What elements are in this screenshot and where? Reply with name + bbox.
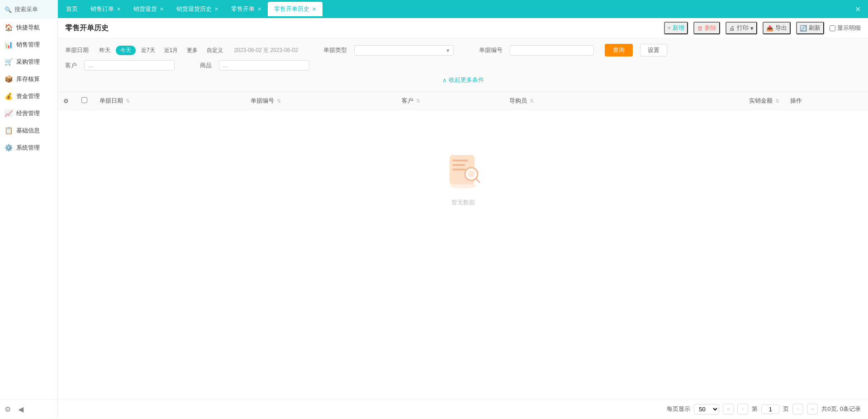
sidebar-search[interactable]: 🔍 搜索采单 [0, 0, 57, 19]
next-page-btn[interactable]: › [792, 404, 803, 414]
col-doc-date[interactable]: 单据日期 ⇅ [94, 92, 245, 110]
settings-bottom-icon[interactable]: ⚙ [5, 405, 11, 414]
delete-button[interactable]: 🗑 删除 [693, 22, 720, 34]
settings-button[interactable]: 设置 [640, 44, 667, 56]
tab-retail-open-close[interactable]: ✕ [257, 7, 261, 12]
col-sales-person[interactable]: 导购员 ⇅ [504, 92, 633, 110]
sort-sales-person-icon: ⇅ [530, 98, 534, 104]
sort-doc-date-icon: ⇅ [126, 98, 130, 104]
export-icon: 📤 [766, 25, 773, 32]
tab-sales-order-close[interactable]: ✕ [117, 7, 121, 12]
sidebar-item-label: 销售管理 [16, 41, 40, 49]
svg-rect-4 [452, 169, 466, 170]
select-all-checkbox[interactable] [81, 97, 87, 103]
tab-bar: 首页 销售订单 ✕ 销货退货 ✕ 销货退货历史 ✕ 零售开单 ✕ 零售开单历史 … [58, 0, 868, 18]
col-settings[interactable]: ⚙ [58, 92, 76, 110]
collapse-label: 收起更多条件 [449, 76, 484, 84]
toolbar-actions: + 新增 🗑 删除 🖨 打印 ▾ 📤 导出 🔄 刷新 [664, 22, 861, 34]
empty-state: 暂无数据 [58, 110, 868, 234]
window-close-btn[interactable]: ✕ [855, 5, 861, 14]
first-page-btn[interactable]: « [723, 404, 734, 414]
inventory-icon: 📦 [5, 75, 13, 83]
print-icon: 🖨 [729, 25, 735, 32]
sidebar-item-finance[interactable]: 💰 资金管理 [0, 88, 57, 105]
date-opt-custom[interactable]: 自定义 [203, 46, 227, 55]
add-button[interactable]: + 新增 [664, 22, 688, 34]
current-page-input[interactable] [761, 405, 779, 414]
empty-illustration [441, 146, 486, 191]
svg-point-7 [468, 170, 475, 178]
doc-no-label: 单据编号 [479, 46, 503, 54]
svg-line-6 [476, 179, 479, 182]
sidebar-item-label: 采购管理 [16, 58, 40, 66]
doc-type-select[interactable]: ▾ [354, 45, 454, 56]
home-icon: 🏠 [5, 24, 13, 32]
sidebar-item-operations[interactable]: 📈 经营管理 [0, 105, 57, 122]
sidebar-item-system-mgmt[interactable]: ⚙️ 系统管理 [0, 139, 57, 156]
col-actual-amount[interactable]: 实销金额 ⇅ [634, 92, 785, 110]
tab-sales-return[interactable]: 销货退货 ✕ [127, 2, 170, 16]
operations-icon: 📈 [5, 109, 13, 118]
sidebar-item-basic-info[interactable]: 📋 基础信息 [0, 122, 57, 139]
date-opt-7days[interactable]: 近7天 [138, 46, 159, 55]
delete-icon: 🗑 [697, 25, 703, 32]
svg-rect-2 [452, 160, 468, 161]
empty-text: 暂无数据 [451, 198, 475, 207]
main-area: 首页 销售订单 ✕ 销货退货 ✕ 销货退货历史 ✕ 零售开单 ✕ 零售开单历史 … [58, 0, 868, 419]
sidebar-item-inventory[interactable]: 📦 库存核算 [0, 71, 57, 88]
collapse-sidebar-icon[interactable]: ◀ [18, 405, 24, 414]
col-doc-no[interactable]: 单据编号 ⇅ [245, 92, 396, 110]
goods-label: 商品 [200, 61, 212, 70]
sort-customer-icon: ⇅ [416, 98, 420, 104]
tab-sales-return-history[interactable]: 销货退货历史 ✕ [170, 2, 225, 16]
customer-label: 客户 [65, 61, 77, 70]
col-customer[interactable]: 客户 ⇅ [396, 92, 504, 110]
refresh-button[interactable]: 🔄 刷新 [796, 22, 824, 34]
sidebar-item-label: 快捷导航 [16, 24, 40, 32]
export-label: 导出 [775, 24, 787, 32]
per-page-label: 每页显示 [667, 405, 690, 413]
col-checkbox[interactable] [76, 92, 94, 110]
tab-sales-order[interactable]: 销售订单 ✕ [84, 2, 127, 16]
refresh-label: 刷新 [809, 24, 821, 32]
tab-retail-history-close[interactable]: ✕ [312, 7, 316, 12]
show-detail-checkbox-label[interactable]: 显示明细 [830, 24, 861, 32]
filter-row-2: 客户 ... 商品 ... [65, 60, 861, 71]
customer-select[interactable]: ... [84, 60, 175, 71]
tab-sales-return-history-close[interactable]: ✕ [214, 7, 218, 12]
date-opt-yesterday[interactable]: 昨天 [96, 46, 114, 55]
tab-home[interactable]: 首页 [60, 2, 84, 16]
goods-select[interactable]: ... [219, 60, 309, 71]
tab-retail-history[interactable]: 零售开单历史 ✕ [268, 2, 323, 16]
sidebar-search-label: 搜索采单 [14, 5, 38, 14]
table-container: ⚙ 单据日期 ⇅ 单据编号 ⇅ 客户 [58, 92, 868, 399]
basic-info-icon: 📋 [5, 127, 13, 135]
page-label-suffix: 页 [783, 405, 789, 413]
show-detail-checkbox[interactable] [830, 25, 835, 31]
export-button[interactable]: 📤 导出 [763, 22, 791, 34]
print-label: 打印 [737, 24, 749, 32]
sort-actual-amount-icon: ⇅ [775, 98, 779, 104]
date-opt-more[interactable]: 更多 [183, 46, 201, 55]
finance-icon: 💰 [5, 92, 13, 100]
show-detail-label: 显示明细 [837, 24, 861, 32]
sidebar-item-label: 资金管理 [16, 92, 40, 100]
col-operation: 操作 [785, 92, 868, 110]
tab-retail-open[interactable]: 零售开单 ✕ [225, 2, 268, 16]
sidebar-item-label: 基础信息 [16, 127, 40, 135]
doc-type-label: 单据类型 [323, 46, 347, 54]
sidebar-item-quick-nav[interactable]: 🏠 快捷导航 [0, 19, 57, 36]
prev-page-btn[interactable]: ‹ [737, 404, 748, 414]
doc-no-input[interactable] [510, 45, 594, 56]
sidebar-item-sales-mgmt[interactable]: 📊 销售管理 [0, 36, 57, 53]
sidebar-item-label: 系统管理 [16, 144, 40, 152]
per-page-select[interactable]: 50 10 20 100 [694, 404, 719, 414]
print-button[interactable]: 🖨 打印 ▾ [726, 22, 757, 34]
last-page-btn[interactable]: » [807, 404, 818, 414]
tab-sales-return-close[interactable]: ✕ [160, 7, 164, 12]
sidebar-item-purchase-mgmt[interactable]: 🛒 采购管理 [0, 53, 57, 71]
collapse-filter-btn[interactable]: ∧ 收起更多条件 [65, 74, 861, 86]
query-button[interactable]: 查询 [605, 44, 633, 56]
date-opt-today[interactable]: 今天 [116, 46, 136, 55]
date-opt-1month[interactable]: 近1月 [161, 46, 182, 55]
